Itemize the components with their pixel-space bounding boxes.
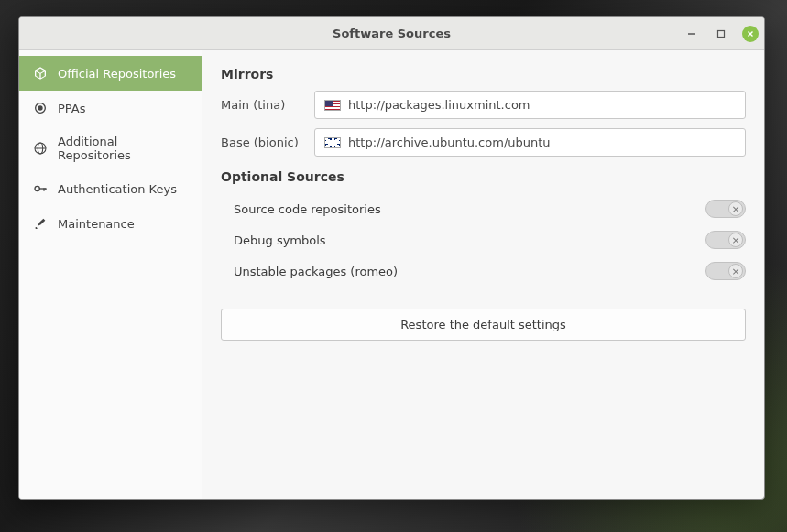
toggle-debug[interactable]: × <box>705 231 746 249</box>
optional-sources-heading: Optional Sources <box>221 169 746 184</box>
mirrors-heading: Mirrors <box>221 67 746 81</box>
sidebar-item-label: PPAs <box>58 102 86 115</box>
mirror-main-url: http://packages.linuxmint.com <box>348 98 530 112</box>
restore-defaults-button[interactable]: Restore the default settings <box>221 309 746 341</box>
flag-us-icon <box>324 100 341 111</box>
sidebar: Official Repositories PPAs Additional Re… <box>19 50 202 499</box>
close-button[interactable] <box>742 26 759 42</box>
sidebar-item-label: Maintenance <box>58 217 135 231</box>
titlebar[interactable]: Software Sources <box>19 17 764 50</box>
svg-rect-11 <box>43 188 44 190</box>
minimize-button[interactable] <box>683 26 700 42</box>
sidebar-item-ppas[interactable]: PPAs <box>19 91 202 125</box>
toggle-knob: × <box>728 233 743 247</box>
svg-rect-12 <box>45 188 46 190</box>
globe-icon <box>32 140 49 157</box>
sidebar-item-maintenance[interactable]: Maintenance <box>19 206 202 241</box>
option-row-debug: Debug symbols × <box>221 224 746 255</box>
svg-point-9 <box>35 186 39 190</box>
mirror-main-field[interactable]: http://packages.linuxmint.com <box>314 91 746 119</box>
maximize-button[interactable] <box>713 26 729 42</box>
svg-point-5 <box>38 106 42 110</box>
sidebar-item-authentication-keys[interactable]: Authentication Keys <box>19 171 202 206</box>
window-body: Official Repositories PPAs Additional Re… <box>19 50 764 499</box>
tools-icon <box>32 215 49 232</box>
mirror-base-field[interactable]: http://archive.ubuntu.com/ubuntu <box>314 128 746 157</box>
toggle-unstable[interactable]: × <box>705 262 746 280</box>
cube-icon <box>32 65 49 81</box>
toggle-knob: × <box>728 264 743 278</box>
svg-rect-10 <box>39 188 46 189</box>
option-label-debug: Debug symbols <box>234 233 326 247</box>
key-icon <box>32 180 49 197</box>
mirror-base-label: Base (bionic) <box>221 136 303 149</box>
window-controls <box>683 17 759 50</box>
sidebar-item-additional-repositories[interactable]: Additional Repositories <box>19 125 202 171</box>
mirror-base-url: http://archive.ubuntu.com/ubuntu <box>348 136 551 149</box>
software-sources-window: Software Sources Official Repositories <box>18 16 765 500</box>
flag-uk-icon <box>324 137 341 148</box>
option-label-unstable: Unstable packages (romeo) <box>234 265 398 278</box>
window-title: Software Sources <box>333 27 451 40</box>
mirror-row-main: Main (tina) http://packages.linuxmint.co… <box>221 91 746 119</box>
sidebar-item-label: Authentication Keys <box>58 182 177 196</box>
restore-defaults-label: Restore the default settings <box>400 318 566 331</box>
sidebar-item-label: Additional Repositories <box>58 135 189 162</box>
option-row-unstable: Unstable packages (romeo) × <box>221 255 746 287</box>
sidebar-item-official-repositories[interactable]: Official Repositories <box>19 56 202 91</box>
option-row-source-code: Source code repositories × <box>221 193 746 224</box>
mirror-main-label: Main (tina) <box>221 98 303 112</box>
sidebar-item-label: Official Repositories <box>58 67 176 81</box>
svg-rect-1 <box>718 31 725 38</box>
toggle-source-code[interactable]: × <box>705 200 746 218</box>
mirror-row-base: Base (bionic) http://archive.ubuntu.com/… <box>221 128 746 157</box>
circle-icon <box>32 100 49 116</box>
option-label-source-code: Source code repositories <box>234 202 381 216</box>
toggle-knob: × <box>728 201 743 216</box>
main-content: Mirrors Main (tina) http://packages.linu… <box>202 50 764 499</box>
